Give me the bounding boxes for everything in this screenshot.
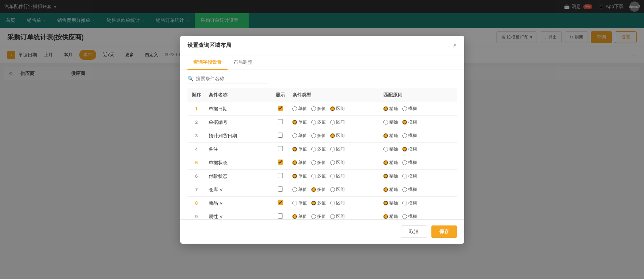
type-range-label[interactable]: 区间: [330, 106, 345, 112]
type-single-radio[interactable]: [292, 133, 297, 138]
type-single-radio[interactable]: [292, 214, 297, 219]
type-range-label[interactable]: 区间: [330, 146, 345, 152]
match-fuzzy-radio[interactable]: [402, 147, 407, 152]
type-single-radio[interactable]: [292, 187, 297, 192]
type-range-radio[interactable]: [330, 106, 335, 111]
display-checkbox[interactable]: [278, 146, 283, 151]
match-exact-label[interactable]: 精确: [383, 106, 398, 112]
match-fuzzy-radio[interactable]: [402, 201, 407, 205]
match-fuzzy-label[interactable]: 模糊: [402, 160, 417, 166]
type-multi-radio[interactable]: [311, 147, 316, 152]
row-display-cell[interactable]: [271, 156, 289, 169]
type-range-radio[interactable]: [330, 160, 335, 165]
match-fuzzy-label[interactable]: 模糊: [402, 106, 417, 112]
display-checkbox[interactable]: [278, 200, 283, 205]
match-exact-radio[interactable]: [383, 174, 388, 178]
match-fuzzy-radio[interactable]: [402, 187, 407, 192]
match-fuzzy-radio[interactable]: [402, 214, 407, 219]
type-multi-radio[interactable]: [311, 214, 316, 219]
type-multi-label[interactable]: 多值: [311, 173, 326, 179]
type-range-radio[interactable]: [330, 147, 335, 152]
search-input[interactable]: [196, 76, 265, 81]
type-multi-label[interactable]: 多值: [311, 160, 326, 166]
type-range-radio[interactable]: [330, 201, 335, 205]
row-display-cell[interactable]: [271, 169, 289, 183]
save-button[interactable]: 保存: [431, 225, 457, 238]
type-single-label[interactable]: 单值: [292, 160, 307, 166]
match-fuzzy-radio[interactable]: [402, 106, 407, 111]
match-exact-radio[interactable]: [383, 133, 388, 138]
match-exact-label[interactable]: 精确: [383, 160, 398, 166]
match-fuzzy-label[interactable]: 模糊: [402, 213, 417, 219]
type-single-radio[interactable]: [292, 160, 297, 165]
type-range-radio[interactable]: [330, 187, 335, 192]
match-fuzzy-radio[interactable]: [402, 174, 407, 178]
type-multi-radio[interactable]: [311, 201, 316, 205]
type-single-label[interactable]: 单值: [292, 186, 307, 193]
type-multi-label[interactable]: 多值: [311, 213, 326, 219]
type-single-label[interactable]: 单值: [292, 200, 307, 206]
type-multi-label[interactable]: 多值: [311, 200, 326, 206]
match-exact-label[interactable]: 精确: [383, 186, 398, 193]
type-single-radio[interactable]: [292, 201, 297, 205]
display-checkbox[interactable]: [278, 173, 283, 178]
type-range-label[interactable]: 区间: [330, 119, 345, 125]
row-display-cell[interactable]: [271, 196, 289, 210]
type-multi-label[interactable]: 多值: [311, 119, 326, 125]
display-checkbox[interactable]: [278, 160, 283, 165]
match-exact-radio[interactable]: [383, 214, 388, 219]
match-exact-label[interactable]: 精确: [383, 213, 398, 219]
type-range-label[interactable]: 区间: [330, 133, 345, 139]
type-multi-label[interactable]: 多值: [311, 146, 326, 152]
type-range-label[interactable]: 区间: [330, 160, 345, 166]
row-display-cell[interactable]: [271, 115, 289, 129]
type-range-label[interactable]: 区间: [330, 173, 345, 179]
type-multi-radio[interactable]: [311, 120, 316, 125]
display-checkbox[interactable]: [278, 119, 283, 124]
type-single-label[interactable]: 单值: [292, 119, 307, 125]
match-exact-radio[interactable]: [383, 106, 388, 111]
type-single-label[interactable]: 单值: [292, 146, 307, 152]
cancel-button[interactable]: 取消: [401, 225, 427, 238]
display-checkbox[interactable]: [278, 213, 283, 219]
type-range-radio[interactable]: [330, 133, 335, 138]
type-single-radio[interactable]: [292, 106, 297, 111]
match-exact-label[interactable]: 精确: [383, 173, 398, 179]
type-multi-label[interactable]: 多值: [311, 186, 326, 193]
match-exact-label[interactable]: 精确: [383, 200, 398, 206]
tab-layout-adjust[interactable]: 布局调整: [228, 55, 258, 70]
display-checkbox[interactable]: [278, 106, 283, 111]
type-multi-radio[interactable]: [311, 133, 316, 138]
tab-query-fields[interactable]: 查询字段设置: [187, 55, 228, 70]
row-display-cell[interactable]: [271, 142, 289, 156]
type-multi-radio[interactable]: [311, 174, 316, 178]
type-single-label[interactable]: 单值: [292, 106, 307, 112]
row-display-cell[interactable]: [271, 183, 289, 196]
match-fuzzy-label[interactable]: 模糊: [402, 133, 417, 139]
row-display-cell[interactable]: [271, 102, 289, 115]
match-exact-radio[interactable]: [383, 160, 388, 165]
display-checkbox[interactable]: [278, 186, 283, 192]
modal-close-button[interactable]: ×: [453, 42, 457, 49]
match-fuzzy-radio[interactable]: [402, 133, 407, 138]
type-multi-radio[interactable]: [311, 160, 316, 165]
match-exact-label[interactable]: 精确: [383, 133, 398, 139]
type-multi-radio[interactable]: [311, 106, 316, 111]
row-display-cell[interactable]: [271, 210, 289, 219]
type-range-radio[interactable]: [330, 214, 335, 219]
type-range-radio[interactable]: [330, 174, 335, 178]
match-exact-radio[interactable]: [383, 201, 388, 205]
type-single-label[interactable]: 单值: [292, 213, 307, 219]
match-exact-label[interactable]: 精确: [383, 146, 398, 152]
match-fuzzy-label[interactable]: 模糊: [402, 186, 417, 193]
type-single-radio[interactable]: [292, 174, 297, 178]
match-fuzzy-radio[interactable]: [402, 120, 407, 125]
match-exact-label[interactable]: 精确: [383, 119, 398, 125]
type-single-label[interactable]: 单值: [292, 173, 307, 179]
display-checkbox[interactable]: [278, 133, 283, 138]
match-fuzzy-label[interactable]: 模糊: [402, 173, 417, 179]
type-single-label[interactable]: 单值: [292, 133, 307, 139]
type-multi-label[interactable]: 多值: [311, 133, 326, 139]
type-range-label[interactable]: 区间: [330, 213, 345, 219]
match-fuzzy-label[interactable]: 模糊: [402, 146, 417, 152]
